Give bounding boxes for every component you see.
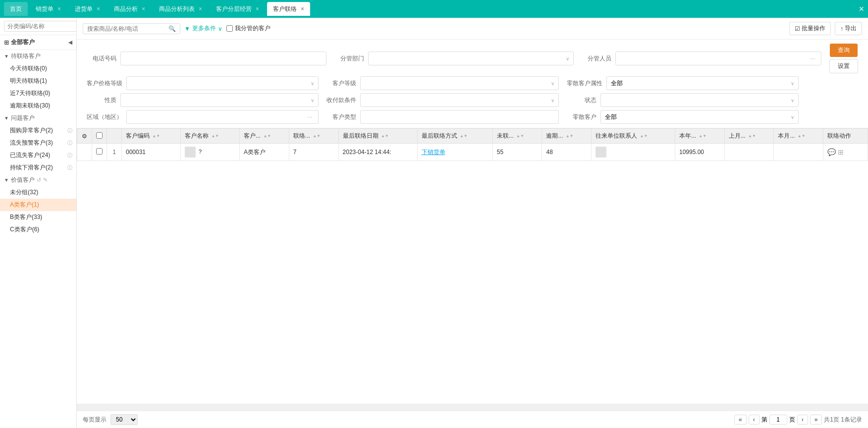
more-conditions-btn[interactable]: ▼ 更多条件 ∨ xyxy=(184,24,222,33)
close-all-icon[interactable]: × xyxy=(859,4,864,14)
group-label-pending[interactable]: ▼ 待联络客户 xyxy=(0,50,76,62)
chevron-down-icon: ∨ xyxy=(311,81,314,86)
current-page-input[interactable] xyxy=(769,415,787,425)
col-overdue[interactable]: 逾期... ▲▼ xyxy=(542,129,592,144)
page-label: 第 xyxy=(761,416,767,424)
region-select[interactable]: ··· xyxy=(126,110,319,124)
close-icon[interactable]: × xyxy=(301,5,304,12)
per-page-select[interactable]: 50 100 200 xyxy=(110,414,138,425)
filter-cell-ctype: 客户类型 xyxy=(323,110,562,124)
horizontal-scrollbar[interactable] xyxy=(77,404,868,411)
row-last-method[interactable]: 下销货单 xyxy=(417,144,492,161)
col-last-month[interactable]: 上月... ▲▼ xyxy=(724,129,774,144)
batch-operation-button[interactable]: ☑ 批量操作 xyxy=(789,22,831,35)
ctype-select[interactable] xyxy=(360,110,558,124)
last-method-link[interactable]: 下销货单 xyxy=(422,149,445,156)
tab-sales-label: 销货单 xyxy=(36,5,54,13)
sidebar-item-tomorrow[interactable]: 明天待联络(1) xyxy=(0,75,76,87)
sidebar-item-declining[interactable]: 持续下滑客户(2) ⓘ xyxy=(0,161,76,174)
staff-select[interactable]: ··· xyxy=(615,52,821,65)
col-last-date[interactable]: 最后联络日期 ▲▼ xyxy=(338,129,417,144)
group-label-value[interactable]: ▼ 价值客户 ↺ ✎ xyxy=(0,174,76,186)
tab-home[interactable]: 首页 xyxy=(4,2,28,16)
link-icon[interactable]: ⊞ xyxy=(838,148,844,156)
retail-select[interactable]: 全部 ∨ xyxy=(600,110,799,124)
sidebar-item-churned[interactable]: 已流失客户(24) ⓘ xyxy=(0,149,76,161)
sidebar-item-week[interactable]: 近7天待联络(0) xyxy=(0,87,76,100)
next-page-button[interactable]: › xyxy=(797,415,808,425)
level-select[interactable]: ∨ xyxy=(360,76,558,90)
all-customers-header[interactable]: ⊞ 全部客户 ◀ xyxy=(0,35,76,50)
sidebar-item-today[interactable]: 今天待联络(0) xyxy=(0,62,76,75)
tab-goods-analysis[interactable]: 商品分析 × xyxy=(108,2,151,16)
col-type[interactable]: 客户... ▲▼ xyxy=(240,129,289,144)
filter-cell-price: 客户价格等级 ∨ xyxy=(83,76,323,90)
dots-icon[interactable]: ··· xyxy=(808,55,817,62)
col-this-year[interactable]: 本年... ▲▼ xyxy=(675,129,724,144)
export-button[interactable]: ↑ 导出 xyxy=(835,22,862,35)
sort-icon: ▲▼ xyxy=(566,134,574,138)
content-area: 🔍 ▼ 更多条件 ∨ 我分管的客户 ☑ 批量操作 ↑ 导出 xyxy=(77,18,868,428)
group-problem-customers: ▼ 问题客户 囤购异常客户(2) ⓘ 流失预警客户(3) ⓘ 已流失客户(24)… xyxy=(0,112,76,174)
dept-select[interactable]: ∨ xyxy=(368,52,574,65)
tab-customer-contact[interactable]: 客户联络 × xyxy=(267,2,310,16)
search-input[interactable] xyxy=(87,25,166,32)
refresh-icon[interactable]: ↺ xyxy=(37,177,41,183)
col-this-month[interactable]: 本月... ▲▼ xyxy=(774,129,823,144)
sidebar-item-churn-warn[interactable]: 流失预警客户(3) ⓘ xyxy=(0,137,76,149)
payment-select[interactable]: ∨ xyxy=(360,93,558,107)
more-conditions-label: 更多条件 xyxy=(192,24,216,33)
dots-icon[interactable]: ··· xyxy=(305,113,314,120)
sort-icon: ▲▼ xyxy=(381,134,389,138)
first-page-button[interactable]: « xyxy=(734,415,747,425)
col-no-contact[interactable]: 未联... ▲▼ xyxy=(492,129,542,144)
staff-label: 分管人员 xyxy=(582,54,611,63)
close-icon[interactable]: × xyxy=(199,5,202,12)
search-icon[interactable]: 🔍 xyxy=(168,25,176,32)
filter-cell-dept: 分管部门 ∨ xyxy=(330,52,578,65)
nature-select[interactable]: ∨ xyxy=(120,93,319,107)
tab-goods-list[interactable]: 商品分析列表 × xyxy=(153,2,208,16)
last-page-button[interactable]: » xyxy=(810,415,822,425)
tab-customer-tier[interactable]: 客户分层经营 × xyxy=(210,2,265,16)
prev-page-button[interactable]: ‹ xyxy=(749,415,760,425)
row-check[interactable] xyxy=(92,144,107,161)
arrow-icon: ▼ xyxy=(4,54,9,59)
phone-input[interactable] xyxy=(120,52,326,65)
edit-icon[interactable]: ✎ xyxy=(43,177,48,183)
sidebar-item-overdue[interactable]: 逾期未联络(30) xyxy=(0,100,76,112)
col-gear[interactable]: ⚙ xyxy=(77,129,92,144)
sidebar-search-input[interactable] xyxy=(4,21,77,32)
close-icon[interactable]: × xyxy=(97,5,100,12)
price-select[interactable]: ∨ xyxy=(126,76,319,90)
tab-sales[interactable]: 销货单 × xyxy=(30,2,67,16)
chevron-down-icon: ∨ xyxy=(311,98,314,103)
retail-attr-select[interactable]: 全部 ∨ xyxy=(606,76,799,90)
chat-icon[interactable]: 💬 xyxy=(827,148,836,156)
close-icon[interactable]: × xyxy=(57,5,61,12)
query-button[interactable]: 查询 xyxy=(830,44,858,57)
close-icon[interactable]: × xyxy=(142,5,145,12)
status-select[interactable]: ∨ xyxy=(600,93,799,107)
tab-home-label: 首页 xyxy=(10,5,22,13)
group-label-problem[interactable]: ▼ 问题客户 xyxy=(0,112,76,124)
info-icon: ⓘ xyxy=(67,152,72,159)
sidebar-item-a-class[interactable]: A类客户(1) xyxy=(0,199,76,211)
sidebar-item-c-class[interactable]: C类客户(6) xyxy=(0,223,76,236)
close-icon[interactable]: × xyxy=(256,5,259,12)
sidebar-item-b-class[interactable]: B类客户(33) xyxy=(0,211,76,223)
setting-button[interactable]: 设置 xyxy=(829,59,858,73)
col-name[interactable]: 客户名称 ▲▼ xyxy=(181,129,240,144)
sidebar-item-ungroup[interactable]: 未分组(32) xyxy=(0,186,76,199)
my-customers-checkbox[interactable] xyxy=(226,25,233,32)
col-check[interactable] xyxy=(92,129,107,144)
col-code[interactable]: 客户编码 ▲▼ xyxy=(122,129,181,144)
collapse-icon[interactable]: ◀ xyxy=(68,40,72,45)
col-last-method[interactable]: 最后联络方式 ▲▼ xyxy=(417,129,492,144)
tab-purchase[interactable]: 进货单 × xyxy=(69,2,106,16)
sidebar-item-abnormal[interactable]: 囤购异常客户(2) ⓘ xyxy=(0,124,76,137)
select-all-checkbox[interactable] xyxy=(96,132,103,139)
row-checkbox[interactable] xyxy=(96,148,103,155)
col-contact-count[interactable]: 联络... ▲▼ xyxy=(289,129,338,144)
col-contact-person[interactable]: 往来单位联系人 ▲▼ xyxy=(592,129,675,144)
